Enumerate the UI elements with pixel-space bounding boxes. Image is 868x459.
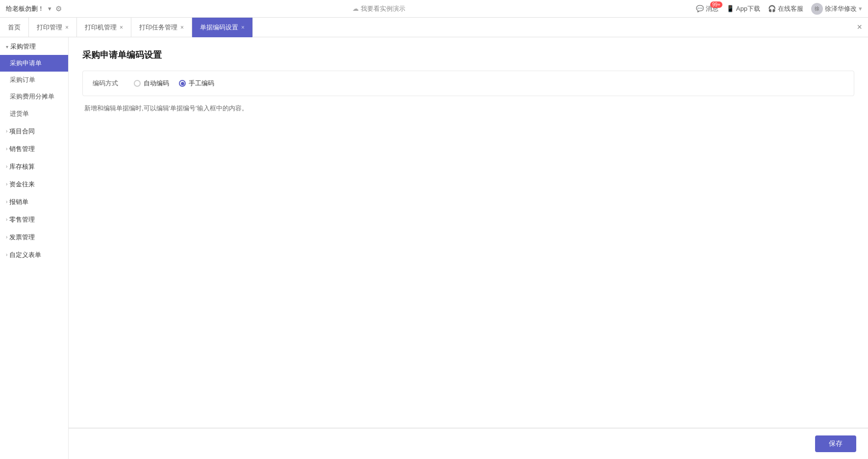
purchase-management-arrow	[6, 44, 8, 50]
content-area: 采购申请单编码设置 编码方式 自动编码 手工编码	[69, 37, 868, 459]
radio-manual-label: 手工编码	[189, 79, 214, 88]
radio-auto-circle	[134, 80, 141, 87]
sidebar-item-capital-transactions[interactable]: 资金往来	[0, 175, 68, 193]
tab-print-task-label: 打印任务管理	[139, 23, 177, 32]
user-name: 徐泽华修改	[825, 4, 857, 13]
sidebar-item-inventory-settlement[interactable]: 库存核算	[0, 157, 68, 175]
sidebar-item-invoice-management[interactable]: 发票管理	[0, 228, 68, 246]
encoding-row: 编码方式 自动编码 手工编码	[93, 79, 844, 88]
sidebar-item-sales-management[interactable]: 销售管理	[0, 140, 68, 157]
top-bar-left: 给老板勿删！ ▾ ⚙	[6, 4, 62, 13]
gear-icon[interactable]: ⚙	[55, 4, 62, 13]
online-support-label: 在线客服	[778, 4, 803, 13]
hint-text-content: 新增和编辑单据编时,可以编辑'单据编号'输入框中的内容。	[84, 104, 248, 112]
sidebar-item-purchase-order[interactable]: 采购订单	[0, 72, 68, 88]
user-chevron-icon: ▾	[859, 5, 862, 12]
purchase-management-items: 采购申请单 采购订单 采购费用分摊单 进货单	[0, 55, 68, 122]
message-icon: 💬	[696, 5, 704, 12]
encoding-section: 编码方式 自动编码 手工编码	[82, 71, 854, 96]
app-download-label: App下载	[736, 4, 760, 13]
sidebar-item-retail-management[interactable]: 零售管理	[0, 210, 68, 228]
save-button[interactable]: 保存	[815, 435, 856, 452]
tab-home[interactable]: 首页	[0, 18, 29, 37]
top-bar-search[interactable]: ☁ 我要看实例演示	[352, 4, 405, 13]
close-panel-button[interactable]: ×	[857, 22, 862, 32]
support-icon: 🎧	[768, 5, 776, 12]
notification-button[interactable]: 💬 消息 99+	[696, 4, 719, 13]
encoding-method-label: 编码方式	[93, 79, 122, 88]
search-text: 我要看实例演示	[361, 4, 405, 13]
sidebar-group-purchase: 采购管理 采购申请单 采购订单 采购费用分摊单 进货单	[0, 37, 68, 122]
radio-manual-circle	[179, 80, 186, 87]
notification-badge: 99+	[710, 1, 722, 8]
content-main: 采购申请单编码设置 编码方式 自动编码 手工编码	[69, 37, 868, 428]
radio-manual-encoding[interactable]: 手工编码	[179, 79, 214, 88]
online-support-button[interactable]: 🎧 在线客服	[768, 4, 803, 13]
encoding-radio-group: 自动编码 手工编码	[134, 79, 214, 88]
tab-barcode-settings-label: 单据编码设置	[200, 23, 238, 32]
app-title: 给老板勿删！	[6, 4, 44, 13]
main-layout: 采购管理 采购申请单 采购订单 采购费用分摊单 进货单 项目合同	[0, 37, 868, 459]
content-footer: 保存	[69, 428, 868, 459]
invoice-management-arrow	[6, 234, 7, 240]
sidebar-item-purchase-management[interactable]: 采购管理	[0, 37, 68, 55]
sidebar-item-returns[interactable]: 报销单	[0, 193, 68, 210]
top-bar-right: 💬 消息 99+ 📱 App下载 🎧 在线客服 徐 徐泽华修改 ▾	[696, 3, 862, 15]
tab-bar-end: ×	[857, 22, 868, 32]
tab-print-management-close[interactable]: ×	[65, 24, 69, 31]
tab-print-task[interactable]: 打印任务管理 ×	[131, 18, 192, 37]
retail-management-arrow	[6, 217, 7, 222]
chevron-down-icon[interactable]: ▾	[48, 5, 51, 12]
tab-barcode-settings[interactable]: 单据编码设置 ×	[192, 18, 253, 37]
sidebar-item-goods-receipt[interactable]: 进货单	[0, 105, 68, 122]
capital-transactions-arrow	[6, 181, 7, 187]
tab-print-management[interactable]: 打印管理 ×	[29, 18, 77, 37]
top-bar: 给老板勿删！ ▾ ⚙ ☁ 我要看实例演示 💬 消息 99+ 📱 App下载 🎧 …	[0, 0, 868, 18]
tab-home-label: 首页	[8, 23, 21, 32]
purchase-management-label: 采购管理	[10, 42, 36, 51]
radio-auto-label: 自动编码	[144, 79, 169, 88]
sidebar-item-custom-forms[interactable]: 自定义表单	[0, 246, 68, 263]
custom-forms-arrow	[6, 252, 7, 257]
app-download-button[interactable]: 📱 App下载	[726, 4, 760, 13]
sidebar-item-purchase-expense[interactable]: 采购费用分摊单	[0, 88, 68, 105]
radio-auto-encoding[interactable]: 自动编码	[134, 79, 169, 88]
tab-print-management-label: 打印管理	[37, 23, 62, 32]
tab-printer-management[interactable]: 打印机管理 ×	[77, 18, 131, 37]
sidebar-item-project-contract[interactable]: 项目合同	[0, 122, 68, 140]
sidebar-item-purchase-request[interactable]: 采购申请单	[0, 55, 68, 72]
sidebar: 采购管理 采购申请单 采购订单 采购费用分摊单 进货单 项目合同	[0, 37, 69, 459]
tab-bar: 首页 打印管理 × 打印机管理 × 打印任务管理 × 单据编码设置 × ×	[0, 18, 868, 37]
tab-printer-management-label: 打印机管理	[85, 23, 117, 32]
project-contract-arrow	[6, 128, 7, 134]
inventory-settlement-arrow	[6, 164, 7, 169]
sales-management-arrow	[6, 146, 7, 152]
avatar: 徐	[811, 3, 823, 15]
hint-text: 新增和编辑单据编时,可以编辑'单据编号'输入框中的内容。	[82, 104, 854, 113]
tab-barcode-settings-close[interactable]: ×	[241, 24, 245, 31]
download-icon: 📱	[726, 5, 734, 12]
tab-printer-management-close[interactable]: ×	[120, 24, 123, 31]
tab-print-task-close[interactable]: ×	[180, 24, 184, 31]
page-title: 采购申请单编码设置	[82, 49, 854, 61]
cloud-icon: ☁	[352, 5, 359, 12]
user-menu[interactable]: 徐 徐泽华修改 ▾	[811, 3, 862, 15]
returns-arrow	[6, 199, 7, 204]
